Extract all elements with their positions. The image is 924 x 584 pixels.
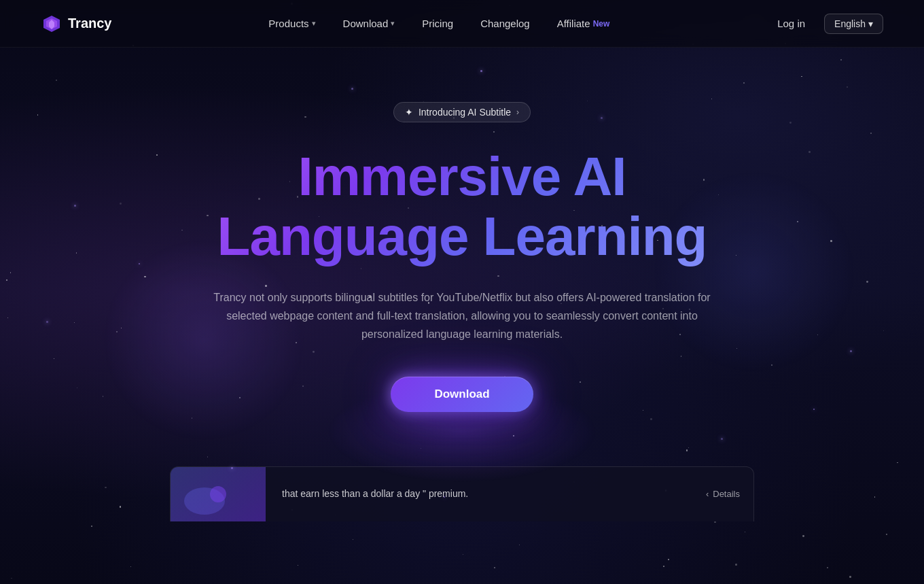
nav-affiliate[interactable]: Affiliate New [546, 12, 621, 35]
details-label: Details [713, 489, 740, 499]
logo-text: Trancy [68, 16, 111, 31]
gear-icon: ✦ [405, 107, 413, 118]
nav-pricing[interactable]: Pricing [411, 12, 464, 35]
language-label: English [834, 18, 866, 29]
hero-title: Immersive AI Language Learning [217, 147, 707, 267]
thumbnail-image [171, 467, 266, 521]
hero-title-line2: Language Learning [217, 206, 707, 267]
logo[interactable]: Trancy [41, 13, 111, 35]
download-chevron: ▾ [391, 19, 395, 28]
nav-right: Log in English ▾ [766, 12, 883, 35]
navbar: Trancy Products ▾ Download ▾ Pricing Cha… [0, 0, 924, 48]
svg-rect-0 [171, 467, 266, 521]
nav-download[interactable]: Download ▾ [332, 12, 406, 35]
nav-products[interactable]: Products ▾ [257, 12, 326, 35]
badge-arrow: › [516, 107, 519, 117]
download-button[interactable]: Download [391, 377, 533, 412]
login-button[interactable]: Log in [766, 12, 816, 35]
hero-title-line1: Immersive AI [298, 146, 626, 207]
products-chevron: ▾ [312, 19, 316, 28]
svg-point-1 [184, 487, 225, 515]
intro-badge[interactable]: ✦ Introducing AI Subtitle › [393, 102, 531, 122]
nav-changelog[interactable]: Changelog [469, 12, 541, 35]
preview-thumbnail [171, 467, 266, 521]
intro-badge-text: Introducing AI Subtitle [419, 107, 511, 118]
preview-details-button[interactable]: ‹ Details [692, 489, 753, 499]
nav-links: Products ▾ Download ▾ Pricing Changelog … [257, 12, 620, 35]
preview-subtitle-text: that earn less than a dollar a day " pre… [266, 476, 692, 512]
main-content: ✦ Introducing AI Subtitle › Immersive AI… [0, 48, 924, 453]
affiliate-new-badge: New [593, 19, 610, 29]
language-selector[interactable]: English ▾ [824, 14, 883, 34]
logo-icon [41, 13, 63, 35]
language-arrow: ▾ [868, 18, 873, 29]
hero-description: Trancy not only supports bilingual subti… [204, 288, 720, 344]
bottom-preview: that earn less than a dollar a day " pre… [0, 466, 924, 521]
svg-point-2 [210, 486, 226, 502]
preview-container: that earn less than a dollar a day " pre… [170, 466, 754, 521]
details-back-arrow: ‹ [706, 489, 709, 499]
